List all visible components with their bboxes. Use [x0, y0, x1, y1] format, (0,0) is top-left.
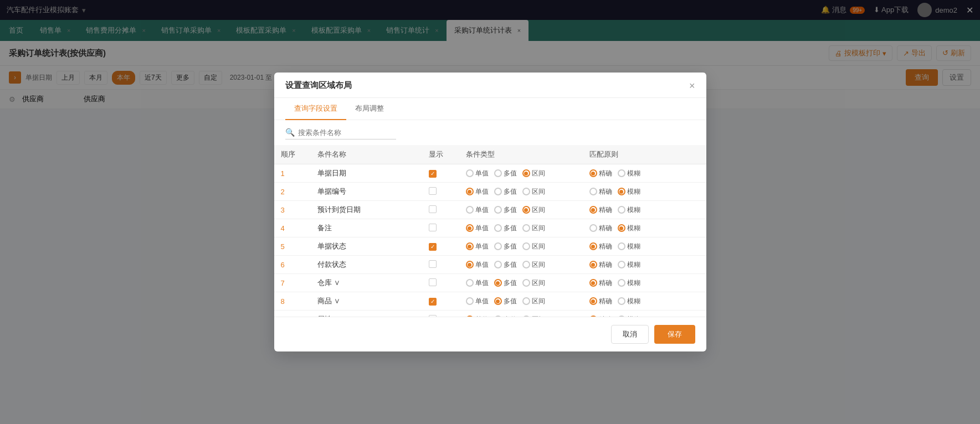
- settings-dialog: 设置查询区域布局 × 查询字段设置 布局调整 🔍: [274, 73, 706, 109]
- tab-query-fields[interactable]: 查询字段设置: [285, 98, 346, 109]
- tab-layout-adjust-label: 布局调整: [355, 104, 384, 109]
- dialog-tabs: 查询字段设置 布局调整: [274, 98, 706, 109]
- dialog-header: 设置查询区域布局 ×: [274, 73, 706, 98]
- dialog-title: 设置查询区域布局: [285, 80, 352, 91]
- dialog-body: 查询字段设置 布局调整 🔍 顺序 条: [274, 98, 706, 109]
- tab-query-fields-label: 查询字段设置: [294, 104, 337, 109]
- tab-layout-adjust[interactable]: 布局调整: [346, 98, 393, 109]
- dialog-close-button[interactable]: ×: [689, 81, 695, 91]
- modal-overlay: 设置查询区域布局 × 查询字段设置 布局调整 🔍: [0, 0, 980, 109]
